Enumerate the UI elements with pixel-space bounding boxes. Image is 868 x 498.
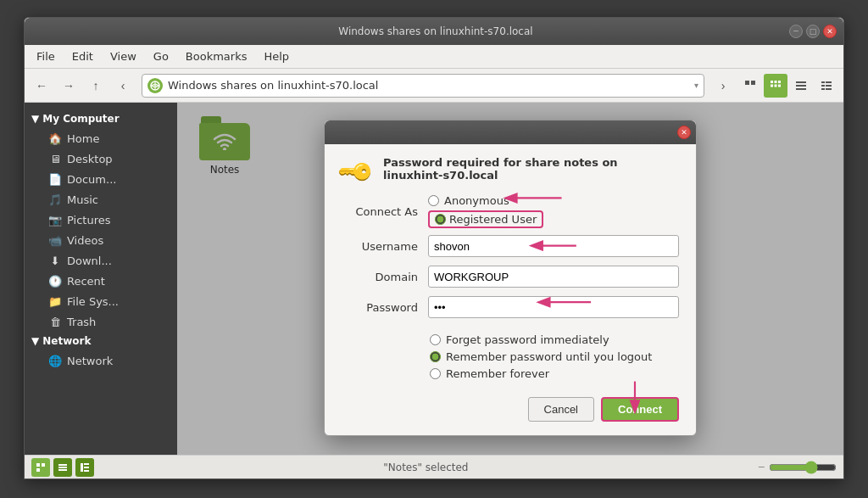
svg-rect-28 [81, 463, 83, 472]
forget-password-label: Forget password immediately [446, 333, 609, 346]
sidebar-item-network[interactable]: 🌐 Network [28, 350, 174, 371]
sidebar-downloads-label: Downl... [67, 255, 112, 267]
remember-forever-radio[interactable] [430, 368, 441, 379]
sidebar-trash-label: Trash [67, 316, 96, 328]
forget-password-radio[interactable] [430, 334, 441, 345]
svg-rect-24 [36, 468, 40, 472]
menu-bookmarks[interactable]: Bookmarks [179, 48, 254, 65]
sidebar-item-filesystem[interactable]: 📁 File Sys... [28, 291, 174, 311]
sidebar-section-network[interactable]: ▼ Network [25, 332, 177, 350]
remember-until-logout-radio[interactable] [430, 351, 441, 362]
zoom-slider[interactable] [769, 461, 837, 474]
sidebar-item-documents[interactable]: 📄 Docum... [28, 169, 174, 189]
zoom-control: − [758, 461, 837, 474]
sidebar-section-my-computer[interactable]: ▼ My Computer [25, 109, 177, 128]
remember-forever-label: Remember forever [446, 367, 549, 380]
sidebar-item-videos[interactable]: 📹 Videos [28, 230, 174, 250]
password-row: Password [342, 296, 679, 318]
forward-button[interactable]: → [57, 74, 81, 98]
sidebar-item-pictures[interactable]: 📷 Pictures [28, 210, 174, 230]
registered-user-radio[interactable] [435, 214, 446, 225]
close-button[interactable]: ✕ [823, 25, 837, 38]
svg-rect-23 [42, 463, 45, 467]
prev-button[interactable]: ‹ [111, 74, 135, 98]
menu-file[interactable]: File [30, 48, 62, 65]
svg-rect-22 [36, 463, 40, 467]
sidebar-item-music[interactable]: 🎵 Music [28, 189, 174, 210]
domain-input[interactable] [428, 266, 679, 288]
statusbar-icon-3[interactable] [75, 458, 94, 477]
username-input[interactable] [428, 235, 679, 257]
svg-rect-3 [745, 81, 749, 85]
svg-rect-15 [826, 81, 832, 83]
main-area: ▼ My Computer 🏠 Home 🖥 Desktop 📄 Docum..… [25, 103, 843, 455]
file-area: Notes ✕ 🔑 Password required for share no… [177, 103, 843, 455]
remember-forever-option[interactable]: Remember forever [430, 367, 679, 380]
address-dropdown-icon[interactable]: ▾ [694, 81, 698, 90]
statusbar-left [31, 458, 94, 477]
svg-rect-4 [751, 81, 755, 85]
svg-rect-30 [84, 467, 89, 468]
minimize-button[interactable]: ─ [789, 25, 803, 38]
downloads-icon: ⬇ [48, 254, 62, 267]
registered-user-option[interactable]: Registered User [428, 210, 543, 228]
statusbar-text: "Notes" selected [383, 462, 468, 473]
sidebar-item-recent[interactable]: 🕐 Recent [28, 271, 174, 291]
sidebar-filesystem-label: File Sys... [67, 295, 119, 308]
menu-go[interactable]: Go [147, 48, 175, 65]
statusbar-icon-1[interactable] [31, 458, 50, 477]
zoom-minus-icon: − [758, 462, 765, 473]
svg-rect-12 [796, 85, 806, 87]
home-icon: 🏠 [48, 131, 62, 145]
statusbar-icon-2[interactable] [53, 458, 72, 477]
up-button[interactable]: ↑ [84, 74, 108, 98]
videos-icon: 📹 [48, 233, 62, 247]
svg-rect-27 [58, 469, 67, 471]
remember-until-logout-label: Remember password until you logout [446, 350, 652, 363]
svg-rect-17 [826, 85, 832, 87]
shrink-view-button[interactable] [738, 74, 762, 98]
back-button[interactable]: ← [30, 74, 53, 98]
dialog-buttons: Cancel Connect [325, 390, 696, 422]
connect-as-label: Connect As [342, 205, 418, 218]
sidebar-item-trash[interactable]: 🗑 Trash [28, 311, 174, 332]
svg-rect-7 [778, 81, 781, 83]
sidebar-item-downloads[interactable]: ⬇ Downl... [28, 250, 174, 271]
remember-until-logout-option[interactable]: Remember password until you logout [430, 350, 679, 363]
dialog-close-button[interactable]: ✕ [677, 126, 691, 139]
username-label: Username [342, 240, 418, 253]
menu-help[interactable]: Help [257, 48, 296, 65]
maximize-button[interactable]: □ [806, 25, 820, 38]
radio-group-connect-as: Anonymous Registered User [428, 194, 543, 228]
next-nav-button[interactable]: › [711, 74, 735, 98]
sidebar-item-desktop[interactable]: 🖥 Desktop [28, 148, 174, 169]
grid-view-button[interactable] [764, 74, 787, 98]
sidebar-item-home[interactable]: 🏠 Home [28, 128, 174, 148]
menubar: File Edit View Go Bookmarks Help [25, 45, 843, 69]
address-text: Windows shares on linuxhint-s70.local [168, 79, 689, 92]
connect-button[interactable]: Connect [601, 397, 679, 422]
anonymous-radio[interactable] [428, 195, 439, 206]
anonymous-label: Anonymous [444, 194, 509, 207]
anonymous-option[interactable]: Anonymous [428, 194, 543, 207]
domain-row: Domain [342, 266, 679, 288]
music-icon: 🎵 [48, 193, 62, 206]
modal-overlay: ✕ 🔑 Password required for share notes on… [177, 103, 843, 455]
list-view-button[interactable] [789, 74, 813, 98]
password-label: Password [342, 301, 418, 314]
svg-rect-14 [821, 81, 825, 83]
main-window: Windows shares on linuxhint-s70.local ─ … [24, 17, 844, 479]
menu-view[interactable]: View [103, 48, 143, 65]
registered-user-selected-box: Registered User [428, 210, 543, 228]
cancel-button[interactable]: Cancel [528, 397, 594, 422]
statusbar: "Notes" selected − [25, 455, 843, 478]
view-controls [738, 74, 838, 98]
svg-rect-25 [58, 464, 67, 466]
menu-edit[interactable]: Edit [65, 48, 100, 65]
password-input[interactable] [428, 296, 679, 318]
svg-rect-16 [821, 85, 825, 87]
forget-password-option[interactable]: Forget password immediately [430, 333, 679, 346]
detail-view-button[interactable] [815, 74, 838, 98]
svg-rect-9 [775, 84, 777, 87]
address-bar: Windows shares on linuxhint-s70.local ▾ [142, 74, 704, 98]
